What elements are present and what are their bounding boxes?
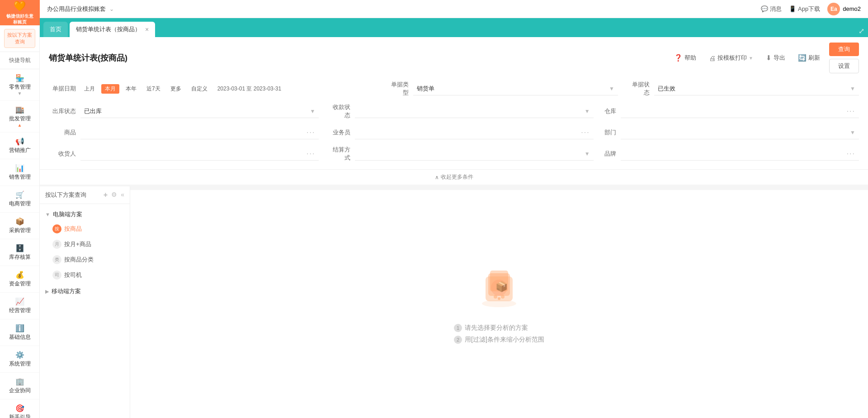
pc-group-label: 电脑端方案: [53, 210, 82, 218]
date-filter-control[interactable]: 上月 本月 本年 近7天 更多 自定义 2023-03-01 至 2023-03…: [80, 82, 377, 95]
date-range-display: 2023-03-01 至 2023-03-31: [217, 85, 281, 93]
sidebar-item-purchase[interactable]: 📦 采购管理: [0, 213, 39, 239]
tree-item-by-month-goods[interactable]: 月 按月+商品: [40, 237, 130, 252]
filter-section: 单据日期 上月 本月 本年 近7天 更多 自定义 2023-03-01 至 20…: [40, 73, 868, 185]
recv-status-control[interactable]: ▼: [355, 104, 593, 118]
tree-group-pc: ▼ 电脑端方案 按 按商品 月 按月+商品 类: [40, 208, 130, 283]
sidebar-item-system[interactable]: ⚙️ 系统管理: [0, 346, 39, 373]
query-button[interactable]: 查询: [829, 43, 859, 56]
settings-button[interactable]: 设置: [829, 59, 859, 73]
tabbar: 首页 销货单统计表（按商品） × ⤢: [40, 18, 868, 37]
enterprise-icon: 🏢: [15, 377, 24, 386]
left-panel-title: 按以下方案查询: [45, 191, 86, 199]
filter-row-3: 商品 ··· 业务员 ··· 部门 ▼: [49, 126, 859, 139]
sidebar-item-operations[interactable]: 📈 经营管理: [0, 293, 39, 319]
more-button[interactable]: 更多: [167, 84, 185, 94]
query-settings-buttons: 查询 设置: [829, 43, 859, 73]
tree-group-pc-header[interactable]: ▼ 电脑端方案: [40, 208, 130, 221]
logo-text: 畅捷信好生意: [6, 13, 33, 19]
tab-sales-stats[interactable]: 销货单统计表（按商品） ×: [70, 22, 155, 37]
page-title: 销货单统计表(按商品): [49, 52, 127, 63]
doc-status-value: 已生效: [658, 85, 850, 93]
tree-item-by-goods[interactable]: 按 按商品: [40, 221, 130, 237]
left-panel: 按以下方案查询 + ⚙ « ▼ 电脑端方案: [40, 186, 130, 418]
print-button[interactable]: 🖨 按模板打印 ▼: [705, 52, 757, 64]
custom-button[interactable]: 自定义: [188, 84, 211, 94]
help-label: 帮助: [684, 54, 696, 62]
svg-point-8: [501, 295, 505, 299]
recv-status-arrow-icon: ▼: [585, 108, 590, 114]
tab-home[interactable]: 首页: [43, 22, 68, 37]
help-button[interactable]: ❓ 帮助: [670, 52, 700, 64]
empty-illustration: 📦: [472, 261, 526, 315]
dept-control[interactable]: ▼: [621, 126, 859, 139]
this-month-button[interactable]: 本月: [101, 84, 119, 94]
sidebar: 🧡 畅捷信好生意 标账页 按以下方案查询 快捷导航 🏪 零售管理 ▼ 🏬 批发管…: [0, 0, 40, 418]
goods-control[interactable]: ···: [80, 126, 319, 139]
settings-scheme-button[interactable]: ⚙: [111, 191, 117, 199]
sidebar-item-inventory[interactable]: 🗄️ 库存核算: [0, 239, 39, 266]
staff-control[interactable]: ···: [355, 126, 593, 139]
search-menu-button[interactable]: 按以下方案查询: [4, 29, 36, 48]
collapse-label: 收起更多条件: [441, 173, 473, 181]
sidebar-item-retail[interactable]: 🏪 零售管理 ▼: [0, 69, 39, 101]
left-panel-tree: ▼ 电脑端方案 按 按商品 月 按月+商品 类: [40, 204, 130, 304]
wholesale-icon: 🏬: [15, 105, 24, 114]
filter-row-4: 收货人 ··· 结算方式 ▼ 品牌 ···: [49, 146, 859, 162]
mobile-group-label: 移动端方案: [52, 287, 81, 295]
collapse-panel-button[interactable]: «: [121, 191, 124, 199]
brand-control[interactable]: ···: [621, 147, 859, 161]
message-button[interactable]: 💬 消息: [761, 5, 782, 13]
tree-item-by-driver[interactable]: 司 按司机: [40, 267, 130, 283]
collapse-button[interactable]: ∧ 收起更多条件: [40, 169, 868, 185]
sidebar-item-sales[interactable]: 📊 销售管理: [0, 159, 39, 186]
settle-control[interactable]: ▼: [355, 147, 593, 161]
tree-group-mobile-header[interactable]: ▶ 移动端方案: [40, 285, 130, 298]
this-year-button[interactable]: 本年: [122, 84, 140, 94]
filter-row-2: 出库状态 已出库 ▼ 收款状态 ▼ 仓库 ···: [49, 103, 859, 119]
7days-button[interactable]: 近7天: [143, 84, 164, 94]
app-download-button[interactable]: 📱 App下载: [789, 5, 820, 13]
main-area: 办公用品行业模拟账套 ⌄ 💬 消息 📱 App下载 Ea demo2 首页: [40, 0, 868, 418]
sidebar-item-ecommerce[interactable]: 🛒 电商管理: [0, 186, 39, 213]
doc-status-label: 单据状态: [627, 81, 654, 97]
maximize-button[interactable]: ⤢: [859, 27, 864, 37]
warehouse-control[interactable]: ···: [621, 104, 859, 118]
last-month-button[interactable]: 上月: [80, 84, 99, 94]
sidebar-item-wholesale[interactable]: 🏬 批发管理 ▲: [0, 101, 39, 133]
doc-type-label: 单据类型: [386, 81, 413, 97]
tree-item-by-category[interactable]: 类 按商品分类: [40, 252, 130, 267]
ecommerce-label: 电商管理: [9, 200, 31, 208]
print-arrow-icon: ▼: [749, 56, 753, 61]
page-content: 销货单统计表(按商品) ❓ 帮助 🖨 按模板打印 ▼ ⬇ 导出 🔄 刷新: [40, 37, 868, 418]
out-status-control[interactable]: 已出库 ▼: [80, 104, 319, 118]
receiver-label: 收货人: [49, 150, 80, 158]
sidebar-item-marketing[interactable]: 📢 营销推广: [0, 133, 39, 159]
wholesale-expand-icon: ▲: [18, 123, 22, 128]
message-icon: 💬: [761, 5, 768, 12]
tab-close-icon[interactable]: ×: [145, 26, 149, 33]
add-scheme-button[interactable]: +: [104, 191, 108, 199]
sidebar-item-finance[interactable]: 💰 资金管理: [0, 266, 39, 293]
empty-tip-1: 1 请先选择要分析的方案: [454, 324, 544, 332]
quick-nav-button[interactable]: 快捷导航: [0, 55, 39, 66]
sidebar-item-basic[interactable]: ℹ️ 基础信息: [0, 319, 39, 346]
doc-status-control[interactable]: 已生效 ▼: [654, 82, 859, 95]
sales-icon: 📊: [15, 164, 24, 172]
export-button[interactable]: ⬇ 导出: [762, 52, 789, 64]
tree-group-mobile: ▶ 移动端方案: [40, 285, 130, 298]
export-label: 导出: [774, 54, 785, 62]
marketing-label: 营销推广: [9, 147, 31, 154]
topbar-chevron-icon[interactable]: ⌄: [109, 6, 114, 12]
doc-type-control[interactable]: 销货单 ▼: [413, 82, 618, 95]
goods-label: 商品: [49, 128, 80, 137]
sidebar-item-newbie[interactable]: 🎯 新手引导: [0, 399, 39, 418]
user-menu-button[interactable]: Ea demo2: [827, 3, 861, 15]
left-panel-icons: + ⚙ «: [104, 191, 124, 199]
refresh-button[interactable]: 🔄 刷新: [794, 52, 824, 64]
sidebar-item-enterprise[interactable]: 🏢 企业协同: [0, 373, 39, 399]
svg-text:📦: 📦: [495, 280, 508, 293]
tip-1-num: 1: [454, 324, 462, 332]
tab-home-label: 首页: [50, 25, 61, 33]
receiver-control[interactable]: ···: [80, 147, 319, 161]
